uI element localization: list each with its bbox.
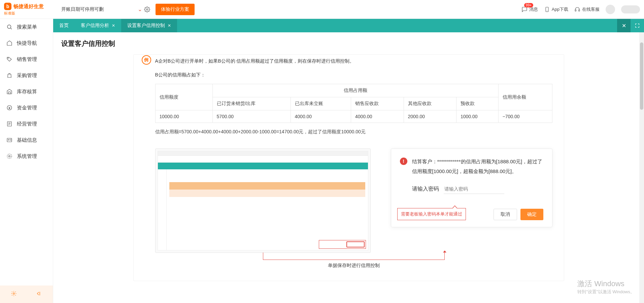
screenshot-thumbnail (155, 148, 371, 253)
sidebar-item-label: 快捷导航 (17, 40, 37, 46)
close-icon[interactable]: ✕ (168, 23, 171, 28)
sidebar-item-inventory[interactable]: 库存核算 (0, 83, 53, 100)
cell-v4: 2000.00 (404, 110, 456, 123)
svg-point-18 (7, 154, 12, 159)
doc-card: 例 A企对B公司进行开单时，如果B公司的 信用占用额超过了信用额度，则在保存时进… (133, 54, 564, 281)
sidebar-item-search[interactable]: 搜索菜单 (0, 19, 53, 35)
sidebar-item-label: 库存核算 (17, 89, 37, 95)
close-icon: ✕ (622, 23, 626, 29)
example-sentence: A企对B公司进行开单时，如果B公司的 信用占用额超过了信用额度，则在保存时进行信… (155, 57, 552, 66)
bill-type-label: 开账日期可停用可删 (61, 6, 104, 12)
th-limit: 信用额度 (155, 84, 212, 110)
tab-fullscreen-button[interactable] (631, 19, 644, 32)
brand-name: 畅捷通好生意 (13, 3, 44, 10)
sidebar-item-label: 系统管理 (17, 153, 37, 160)
screenshot-save-highlight (346, 241, 365, 247)
collapse-icon (36, 291, 42, 296)
svg-rect-8 (8, 92, 10, 94)
sidebar-item-funds[interactable]: 资金管理 (0, 100, 53, 116)
sidebar-item-label: 采购管理 (17, 72, 37, 79)
sidebar-item-system[interactable]: 系统管理 (0, 148, 53, 164)
fullscreen-icon (635, 23, 640, 28)
tab-home[interactable]: 首页 (53, 19, 75, 32)
tab-credit-settings[interactable]: 设置客户信用控制 ✕ (121, 19, 177, 32)
search-icon (6, 24, 13, 30)
avatar[interactable] (606, 5, 615, 14)
brand-edition: 标准版 (4, 11, 15, 16)
chevron-down-icon: ⌄ (138, 6, 142, 12)
sidebar-item-label: 销售管理 (17, 56, 37, 63)
dialog-message: 结算客户：************的信用占用额为[1888.00元]，超过了信用… (412, 157, 543, 176)
example-subline: B公司的信用额占如下： (155, 70, 552, 79)
sidebar-item-quicknav[interactable]: 快捷导航 (0, 35, 53, 51)
svg-point-19 (9, 156, 10, 157)
support-label: 在线客服 (582, 6, 600, 12)
cancel-button[interactable]: 取消 (494, 209, 517, 220)
close-icon[interactable]: ✕ (112, 23, 115, 28)
th-c1: 已订货未销货/出库 (212, 97, 291, 110)
app-download-label: App下载 (552, 6, 568, 12)
support-button[interactable]: 在线客服 (574, 6, 600, 12)
tabbar: 首页 客户信用分析 ✕ 设置客户信用控制 ✕ ✕ (53, 19, 644, 32)
coin-icon (6, 104, 13, 111)
tag-icon (6, 56, 13, 63)
tab-credit-analysis[interactable]: 客户信用分析 ✕ (75, 19, 121, 32)
messages-badge: 99+ (524, 3, 533, 7)
sidebar-item-sales[interactable]: 销售管理 (0, 51, 53, 67)
card-icon (6, 137, 13, 143)
user-menu[interactable] (621, 5, 640, 13)
sidebar-item-label: 基础信息 (17, 137, 37, 143)
tab-close-all-button[interactable]: ✕ (617, 19, 631, 32)
gear-icon (144, 6, 150, 12)
credit-table: 信用额度 信用占用额 信用用余额 已订货未销货/出库 已出库未立账 销售应收款 … (155, 84, 552, 123)
ok-button[interactable]: 确定 (520, 209, 543, 220)
svg-point-0 (146, 8, 148, 10)
svg-rect-4 (579, 9, 580, 11)
svg-line-6 (10, 28, 11, 29)
svg-rect-3 (575, 9, 576, 11)
brand-mark-icon: b (4, 3, 11, 10)
sidebar-item-operations[interactable]: 经营管理 (0, 116, 53, 132)
example-badge: 例 (142, 55, 151, 65)
credit-warning-dialog: ! 结算客户：************的信用占用额为[1888.00元]，超过了… (391, 148, 552, 227)
password-label: 请输入密码 (412, 186, 439, 193)
topbar-right: 99+ 消息 App下载 在线客服 (521, 5, 640, 14)
cell-balance: −700.00 (498, 110, 552, 123)
cell-v1: 5700.00 (212, 110, 291, 123)
table-row: 10000.00 5700.00 4000.00 4000.00 2000.00… (155, 110, 552, 123)
dialog-callout: 需要老板输入密码本单才能通过 (397, 208, 466, 220)
topbar: b 畅捷通好生意 标准版 开账日期可停用可删 ⌄ 体验行业方案 99+ 消息 A… (0, 0, 644, 19)
warning-icon: ! (400, 158, 407, 165)
sidebar-item-label: 经营管理 (17, 121, 37, 127)
sidebar-item-purchase[interactable]: 采购管理 (0, 67, 53, 83)
svg-point-7 (8, 58, 8, 58)
scrollbar-thumb[interactable] (640, 42, 643, 110)
cell-v3: 4000.00 (351, 110, 404, 123)
sidebar-footer (0, 285, 53, 303)
try-industry-button[interactable]: 体验行业方案 (156, 4, 195, 15)
bill-settings-button[interactable] (142, 4, 152, 14)
sidebar-collapse-button[interactable] (36, 291, 42, 297)
app-download-button[interactable]: App下载 (544, 6, 568, 12)
annotation-connector (263, 260, 445, 260)
th-balance: 信用用余额 (498, 84, 552, 110)
svg-point-15 (8, 139, 9, 140)
bag-icon (6, 72, 13, 79)
calc-line: 信用占用额=5700.00+4000.00+4000.00+2000.00-10… (155, 129, 552, 135)
scrollbar[interactable] (639, 32, 644, 303)
svg-point-5 (7, 25, 11, 29)
sidebar-item-basicinfo[interactable]: 基础信息 (0, 132, 53, 148)
messages-button[interactable]: 99+ 消息 (521, 6, 538, 12)
annotation-text: 单据保存时进行信用控制 (155, 263, 552, 269)
bill-type-selector[interactable]: 开账日期可停用可删 ⌄ (61, 6, 142, 12)
th-c5: 预收款 (456, 97, 498, 110)
cell-v2: 4000.00 (291, 110, 351, 123)
page-title: 设置客户信用控制 (61, 39, 636, 48)
gear-icon (11, 291, 17, 297)
password-input[interactable] (444, 184, 504, 194)
report-icon (6, 121, 13, 127)
sidebar-item-label: 搜索菜单 (17, 24, 37, 30)
sidebar-settings-button[interactable] (11, 291, 17, 298)
headset-icon (574, 6, 580, 12)
page-body: 设置客户信用控制 例 A企对B公司进行开单时，如果B公司的 信用占用额超过了信用… (53, 32, 644, 303)
